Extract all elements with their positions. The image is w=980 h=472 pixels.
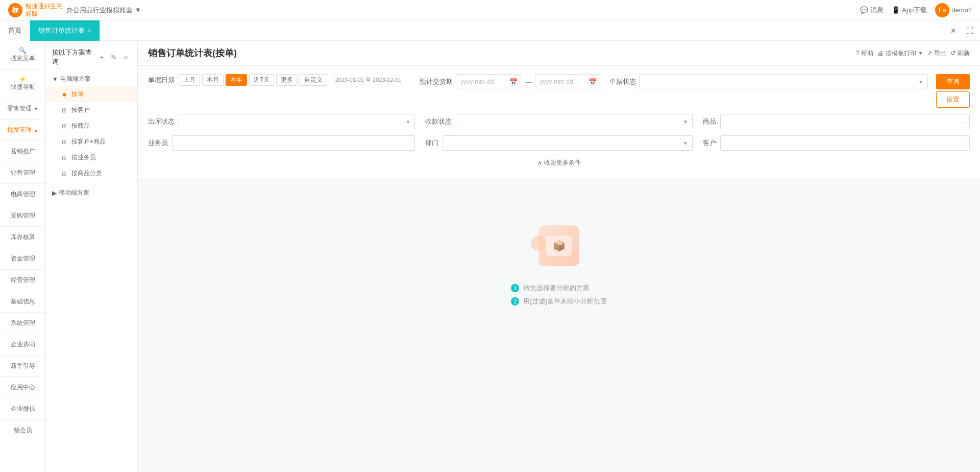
settings-button[interactable]: 设置 [936, 91, 970, 108]
page-actions: ? 帮助 🖨 按模板打印 ▼ ↗ 导出 ↺ 刷新 [855, 49, 970, 58]
main-content: 销售订单统计表(按单) ? 帮助 🖨 按模板打印 ▼ ↗ 导出 [138, 41, 980, 472]
scheme-item-by-order[interactable]: ● 按单 [46, 86, 137, 102]
predicted-date-end[interactable]: yyyy-mm-dd 📅 [535, 74, 601, 89]
logo-area: 标 畅捷通好生意 标版 [8, 3, 62, 17]
date-btn-this-month[interactable]: 本月 [202, 74, 224, 86]
collapse-arrow-icon: ∧ [537, 159, 542, 167]
refresh-button[interactable]: ↺ 刷新 [950, 49, 970, 58]
goods-select[interactable]: ··· [720, 114, 970, 129]
collection-status-select[interactable]: ▼ [456, 114, 692, 129]
breadcrumb[interactable]: 办公用品行业模拟账套 ▼ [66, 6, 141, 15]
sidebar-item-guide[interactable]: 新手引导 [0, 356, 45, 377]
collapse-filter-button[interactable]: ∧ 收起更多条件 [148, 155, 970, 170]
scheme-item-by-salesperson[interactable]: ⊞ 按业务员 [46, 150, 137, 166]
sidebar-item-wechat[interactable]: 企业微信 [0, 398, 45, 420]
add-icon: + [100, 53, 104, 61]
scheme-item-by-goods[interactable]: ⊞ 按商品 [46, 118, 137, 134]
sidebar-item-member[interactable]: 畅会员 [0, 420, 45, 441]
predicted-date-start[interactable]: yyyy-mm-dd 📅 [456, 74, 522, 89]
date-range-display: 2023-01-01 至 2023-12-31 [335, 76, 402, 84]
window-close-button[interactable]: ✕ [947, 25, 960, 37]
customer-select[interactable]: ··· [720, 135, 970, 151]
tab-bar: 首页 销售订单统计表 × ✕ ⛶ [0, 20, 980, 41]
date-btn-this-year[interactable]: 本年 [226, 74, 247, 86]
sidebar-item-search-label: 搜索菜单 [4, 54, 41, 63]
date-btn-last-month[interactable]: 上月 [179, 74, 200, 86]
query-button[interactable]: 查询 [936, 74, 970, 89]
collapse-panel-button[interactable]: « [121, 52, 131, 62]
tab-bar-right: ✕ ⛶ [947, 25, 980, 37]
tab-sales-order-label: 销售订单统计表 [38, 26, 85, 35]
tab-close-icon[interactable]: × [88, 27, 91, 34]
scheme-item-sp-label: 按业务员 [71, 153, 96, 162]
app-download-button[interactable]: 📱 App下载 [892, 6, 927, 15]
date-btn-more[interactable]: 更多 [276, 74, 298, 86]
tab-home[interactable]: 首页 [0, 20, 30, 41]
left-panel-header: 按以下方案查询 + ✎ « [46, 45, 137, 69]
department-label: 部门 [425, 138, 438, 148]
date-btn-custom[interactable]: 自定义 [300, 74, 327, 86]
sidebar-item-management[interactable]: 经营管理 [0, 270, 45, 291]
scheme-item-by-category[interactable]: ⊞ 按商品分类 [46, 166, 137, 181]
sidebar-item-search[interactable]: 🔍 搜索菜单 [0, 41, 45, 69]
delivery-status-select[interactable]: ▼ [179, 114, 415, 129]
sidebar-item-inventory-label: 库存核算 [4, 233, 41, 242]
tab-sales-order[interactable]: 销售订单统计表 × [30, 20, 100, 41]
add-scheme-button[interactable]: + [96, 52, 107, 62]
help-button[interactable]: ? 帮助 [855, 49, 873, 58]
app-download-icon: 📱 [892, 6, 900, 14]
main-layout: 🔍 搜索菜单 ⚡ 快捷导航 零售管理 ▼ 批发管理 ▲ 营销推广 销售管理 电商… [0, 41, 980, 472]
scheme-group-desktop-title[interactable]: ▼ 电脑端方案 [46, 72, 137, 86]
dept-select-arrow: ▼ [683, 140, 688, 146]
scheme-item-cg-icon: ⊞ [60, 138, 68, 146]
date-dash: — [525, 78, 532, 86]
window-expand-button[interactable]: ⛶ [964, 25, 976, 37]
logo-text: 畅捷通好生意 标版 [26, 3, 62, 17]
sidebar-item-purchase-label: 采购管理 [4, 211, 41, 220]
salesperson-select[interactable]: ··· [172, 135, 415, 151]
sidebar-item-shortcuts-label: 快捷导航 [4, 83, 41, 91]
app-download-label: App下载 [902, 6, 927, 15]
sidebar-item-purchase[interactable]: 采购管理 [0, 205, 45, 227]
message-icon: 💬 [860, 6, 868, 14]
edit-scheme-button[interactable]: ✎ [109, 52, 119, 62]
goods-more-icon: ··· [960, 118, 965, 126]
single-status-label: 单据状态 [609, 77, 636, 86]
sidebar-item-retail[interactable]: 零售管理 ▼ [0, 98, 45, 120]
left-panel-title: 按以下方案查询 [52, 48, 93, 66]
left-panel: 按以下方案查询 + ✎ « ▼ 电脑端方案 [46, 41, 138, 472]
scheme-item-by-customer-goods[interactable]: ⊞ 按客户+商品 [46, 134, 137, 150]
sidebar-item-basic[interactable]: 基础信息 [0, 291, 45, 313]
template-print-button[interactable]: 🖨 按模板打印 ▼ [877, 49, 923, 58]
sidebar-item-collaboration-label: 企业协同 [4, 340, 41, 349]
sidebar-item-inventory[interactable]: 库存核算 [0, 227, 45, 248]
export-button[interactable]: ↗ 导出 [927, 49, 946, 58]
sidebar-item-system-label: 系统管理 [4, 319, 41, 327]
sidebar-item-system[interactable]: 系统管理 [0, 313, 45, 334]
scheme-group-desktop: ▼ 电脑端方案 ● 按单 ⊞ 按客户 ⊞ 按商品 ⊞ 按客户+商品 [46, 69, 137, 183]
date-btn-7days[interactable]: 近7天 [249, 74, 274, 86]
sidebar-item-finance-label: 资金管理 [4, 254, 41, 263]
sidebar-item-shortcuts[interactable]: ⚡ 快捷导航 [0, 69, 45, 98]
refresh-label: 刷新 [958, 49, 970, 58]
scheme-item-icon: ● [60, 90, 68, 99]
message-button[interactable]: 💬 消息 [860, 6, 884, 15]
window-close-icon: ✕ [950, 27, 957, 35]
single-status-select[interactable]: ▼ [639, 74, 928, 89]
user-avatar: Ea [935, 3, 949, 17]
sidebar-item-marketing[interactable]: 营销推广 [0, 141, 45, 162]
scheme-item-cat-icon: ⊞ [60, 170, 68, 178]
sidebar-item-wholesale[interactable]: 批发管理 ▲ [0, 120, 45, 141]
department-select[interactable]: ▼ [443, 135, 692, 151]
sidebar-item-wholesale-label: 批发管理 [7, 126, 32, 134]
user-area[interactable]: Ea demo2 [935, 3, 972, 17]
sidebar-item-apps[interactable]: 应用中心 [0, 377, 45, 398]
top-bar-left: 标 畅捷通好生意 标版 办公用品行业模拟账套 ▼ [8, 3, 141, 17]
sidebar-item-sales[interactable]: 销售管理 [0, 162, 45, 184]
sidebar-item-ecommerce[interactable]: 电商管理 [0, 184, 45, 205]
scheme-item-by-customer[interactable]: ⊞ 按客户 [46, 102, 137, 118]
empty-illustration: 📦 [528, 220, 590, 271]
sidebar-item-collaboration[interactable]: 企业协同 [0, 334, 45, 356]
sidebar-item-finance[interactable]: 资金管理 [0, 248, 45, 270]
scheme-group-mobile-title[interactable]: ▶ 移动端方案 [46, 185, 137, 200]
